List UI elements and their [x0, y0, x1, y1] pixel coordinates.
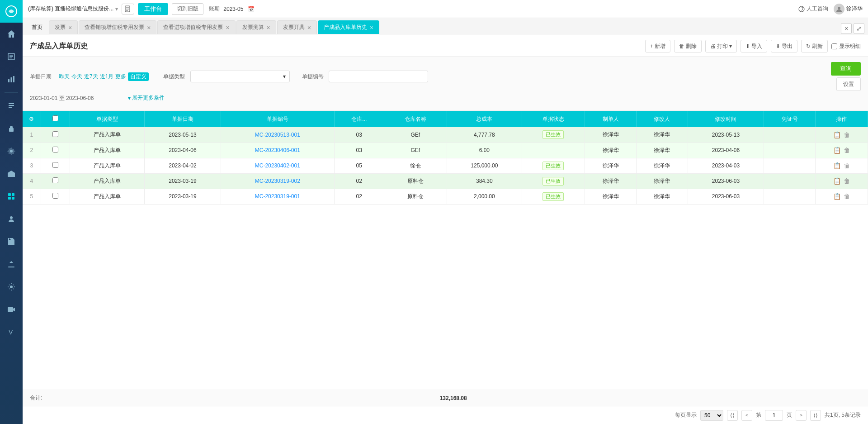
col-number[interactable]: 单据编号: [221, 111, 334, 127]
shortcut-more[interactable]: 更多: [115, 73, 126, 81]
sidebar-item-gear[interactable]: [0, 276, 23, 298]
col-modify-time[interactable]: 修改时间: [688, 111, 764, 127]
col-date[interactable]: 单据日期: [145, 111, 221, 127]
tab-invoice-close[interactable]: ×: [68, 24, 72, 31]
edit-icon[interactable]: 📋: [833, 177, 841, 185]
new-button[interactable]: + 新增: [645, 40, 670, 52]
cell-number[interactable]: MC-20230406-001: [221, 143, 334, 158]
col-status[interactable]: 单据状态: [522, 111, 585, 127]
tab-sales-close[interactable]: ×: [147, 24, 151, 31]
per-page-select[interactable]: 50 100 200: [700, 410, 723, 421]
page-prefix: 第: [756, 411, 761, 419]
workbench-button[interactable]: 工作台: [138, 3, 168, 15]
tab-close-all[interactable]: ×: [841, 23, 852, 34]
sidebar-item-report[interactable]: [0, 230, 23, 253]
prev-page-button[interactable]: ＜: [741, 410, 752, 421]
shortcut-7days[interactable]: 近7天: [84, 73, 98, 81]
reset-button[interactable]: 设置: [836, 77, 861, 91]
tab-home[interactable]: 首页: [26, 20, 48, 34]
edit-icon[interactable]: 📋: [833, 147, 841, 154]
shortcut-1month[interactable]: 近1月: [100, 73, 114, 81]
sidebar-item-tax[interactable]: [0, 95, 23, 117]
tab-invoice-calc[interactable]: 发票测算 ×: [236, 20, 276, 34]
number-input[interactable]: [329, 71, 428, 82]
show-detail-checkbox[interactable]: 显示明细: [831, 43, 861, 50]
page-number-input[interactable]: [765, 410, 783, 421]
tab-purchase-close[interactable]: ×: [226, 24, 229, 31]
delete-row-icon[interactable]: 🗑: [844, 162, 850, 169]
user-info[interactable]: 徐泽华: [834, 4, 863, 14]
sidebar-item-video[interactable]: [0, 298, 23, 321]
cell-number[interactable]: MC-20230319-001: [221, 189, 334, 204]
tab-issue-close[interactable]: ×: [307, 24, 311, 31]
cell-number[interactable]: MC-20230319-002: [221, 173, 334, 189]
cell-checkbox[interactable]: [41, 189, 70, 204]
tab-product-history[interactable]: 产成品入库单历史 ×: [318, 20, 379, 34]
show-detail-input[interactable]: [831, 43, 837, 49]
col-type[interactable]: 单据类型: [70, 111, 144, 127]
sidebar-item-home[interactable]: [0, 23, 23, 45]
col-warehouse-code[interactable]: 仓库...: [335, 111, 384, 127]
cell-checkbox[interactable]: [41, 173, 70, 189]
query-button[interactable]: 查询: [831, 62, 861, 76]
tab-history-close[interactable]: ×: [370, 24, 373, 31]
refresh-button[interactable]: ↻ 刷新: [801, 40, 828, 52]
service-button[interactable]: 人工咨询: [798, 5, 828, 13]
col-modifier[interactable]: 修改人: [637, 111, 688, 127]
edit-icon[interactable]: 📋: [833, 162, 841, 169]
expand-button[interactable]: ▾ 展开更多条件: [128, 94, 165, 102]
delete-row-icon[interactable]: 🗑: [844, 147, 850, 154]
col-checkbox[interactable]: [41, 111, 70, 127]
delete-row-icon[interactable]: 🗑: [844, 131, 850, 138]
edit-icon[interactable]: 📋: [833, 193, 841, 200]
sidebar-item-person[interactable]: [0, 208, 23, 230]
shortcut-custom[interactable]: 自定义: [128, 72, 149, 81]
col-voucher[interactable]: 凭证号: [764, 111, 816, 127]
sidebar-item-lock[interactable]: [0, 117, 23, 140]
export-button[interactable]: ⬇ 导出: [771, 40, 797, 52]
col-creator[interactable]: 制单人: [585, 111, 637, 127]
switch-version-button[interactable]: 切到旧版: [172, 3, 203, 15]
col-total-cost[interactable]: 总成本: [447, 111, 522, 127]
doc-button[interactable]: [122, 4, 134, 14]
delete-row-icon[interactable]: 🗑: [844, 177, 850, 185]
cell-number[interactable]: MC-20230402-001: [221, 158, 334, 173]
tab-invoice-issue[interactable]: 发票开具 ×: [277, 20, 317, 34]
tab-purchase-invoice[interactable]: 查看进项增值税专用发票 ×: [157, 20, 235, 34]
tab-expand[interactable]: ⤢: [854, 23, 864, 34]
calendar-icon[interactable]: 📅: [248, 6, 255, 12]
first-page-button[interactable]: ⟨⟨: [727, 410, 738, 421]
shortcut-today[interactable]: 今天: [71, 73, 82, 81]
last-page-button[interactable]: ⟩⟩: [810, 410, 821, 421]
sidebar-item-chart[interactable]: [0, 68, 23, 91]
delete-row-icon[interactable]: 🗑: [844, 193, 850, 200]
sidebar-item-warehouse[interactable]: [0, 162, 23, 185]
print-dropdown-icon[interactable]: ▾: [729, 43, 732, 49]
sidebar-item-upload[interactable]: [0, 253, 23, 276]
shortcut-yesterday[interactable]: 昨天: [59, 73, 70, 81]
tab-calc-close[interactable]: ×: [267, 24, 270, 31]
svg-point-15: [10, 216, 13, 219]
sidebar-item-version[interactable]: V: [0, 321, 23, 343]
edit-icon[interactable]: 📋: [833, 131, 841, 138]
col-settings[interactable]: ⚙: [23, 111, 41, 127]
cell-checkbox[interactable]: [41, 143, 70, 158]
type-select[interactable]: ▾: [190, 71, 290, 82]
type-input[interactable]: [194, 73, 283, 80]
import-button[interactable]: ⬆ 导入: [741, 40, 767, 52]
dropdown-icon[interactable]: ▾: [115, 6, 118, 12]
cell-number[interactable]: MC-20230513-001: [221, 127, 334, 143]
cell-checkbox[interactable]: [41, 127, 70, 143]
tab-sales-invoice[interactable]: 查看销项增值税专用发票 ×: [79, 20, 156, 34]
print-button[interactable]: 🖨 打印 ▾: [705, 40, 737, 52]
tab-invoice[interactable]: 发票 ×: [49, 20, 78, 34]
settings-icon[interactable]: ⚙: [29, 116, 34, 122]
sidebar-item-inventory[interactable]: [0, 185, 23, 208]
select-all-checkbox[interactable]: [52, 115, 58, 121]
next-page-button[interactable]: ＞: [796, 410, 807, 421]
sidebar-item-settings[interactable]: [0, 140, 23, 162]
delete-button[interactable]: 🗑 删除: [674, 40, 702, 52]
cell-checkbox[interactable]: [41, 158, 70, 173]
col-warehouse-name[interactable]: 仓库名称: [384, 111, 447, 127]
sidebar-item-invoice[interactable]: [0, 45, 23, 68]
